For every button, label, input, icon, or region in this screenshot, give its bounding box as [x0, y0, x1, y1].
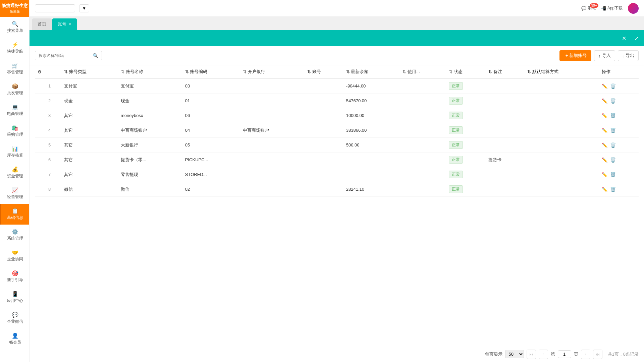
delete-icon[interactable]: 🗑️ [610, 113, 616, 118]
tab-home-label: 首页 [38, 21, 46, 27]
add-account-button[interactable]: + 新增账号 [559, 50, 591, 61]
top-header: ▼ 💬 消息 99+ 📲 App下载 [30, 0, 644, 17]
search-button[interactable]: 🔍 [93, 53, 98, 58]
sidebar-item-quick-nav[interactable]: ⚡ 快捷导航 [0, 38, 29, 58]
row-remark [486, 123, 525, 138]
next-page-button[interactable]: › [581, 350, 590, 359]
tab-close-icon[interactable]: ✕ [68, 22, 71, 26]
row-settings [35, 138, 46, 153]
sidebar-item-new-guide[interactable]: 🎯 新手引导 [0, 266, 29, 287]
status-badge: 正常 [449, 82, 463, 90]
table-row: 3 其它 moneybosx 06 10000.00 正常 ✏️ 🗑️ [35, 108, 639, 123]
sidebar-item-basic-info[interactable]: 📋 基础信息 [0, 204, 29, 225]
table-row: 7 其它 零售抵现 STORED... 正常 ✏️ 🗑️ [35, 167, 639, 182]
sidebar: 畅捷通好生意 乐遥版 🔍 搜索菜单 ⚡ 快捷导航 🛒 零售管理 📦 批发管理 💻… [0, 0, 30, 362]
sidebar-item-enterprise-agreement[interactable]: 🤝 企业协同 [0, 245, 29, 266]
row-latest-balance: -90444.00 [343, 78, 400, 94]
edit-icon[interactable]: ✏️ [602, 142, 607, 148]
col-account[interactable]: ⇅ 账号 [305, 65, 343, 78]
sidebar-item-finance-mgmt[interactable]: 💰 资金管理 [0, 162, 29, 183]
col-default-settlement[interactable]: ⇅ 默认结算方式 [525, 65, 599, 78]
sidebar-item-label-enterprise-wechat: 企业微信 [7, 319, 23, 324]
delete-icon[interactable]: 🗑️ [610, 172, 616, 177]
total-info: 共1页，8条记录 [608, 351, 639, 357]
table-row: 5 其它 大新银行 05 500.00 正常 ✏️ 🗑️ [35, 138, 639, 153]
col-account-name[interactable]: ⇅ 账号名称 [118, 65, 182, 78]
col-usage[interactable]: ⇅ 使用... [400, 65, 446, 78]
row-status: 正常 [446, 138, 486, 153]
member-icon: 👤 [2, 333, 28, 339]
app-download-button[interactable]: 📲 App下载 [601, 5, 623, 11]
row-account-name: 零售抵现 [118, 167, 182, 182]
col-latest-balance[interactable]: ⇅ 最新余额 [343, 65, 400, 78]
col-settings[interactable]: ⚙ [35, 65, 46, 78]
edit-icon[interactable]: ✏️ [602, 128, 607, 133]
first-page-button[interactable]: ⏮ [527, 350, 536, 359]
col-remark[interactable]: ⇅ 备注 [486, 65, 525, 78]
dropdown-button[interactable]: ▼ [79, 4, 89, 12]
per-page-select[interactable]: 50 100 200 [505, 350, 524, 358]
sidebar-item-inventory[interactable]: 📊 库存核算 [0, 141, 29, 162]
content-expand-button[interactable]: ⤢ [632, 34, 641, 43]
row-default-settlement [525, 123, 599, 138]
row-action: ✏️ 🗑️ [599, 182, 639, 197]
row-account-name: 支付宝 [118, 78, 182, 94]
last-page-button[interactable]: ⏭ [593, 350, 602, 359]
row-settings [35, 108, 46, 123]
delete-icon[interactable]: 🗑️ [610, 98, 616, 104]
row-account-code: 05 [182, 138, 240, 153]
header-search-input[interactable] [35, 4, 75, 12]
delete-icon[interactable]: 🗑️ [610, 128, 616, 133]
row-account-type: 其它 [61, 123, 118, 138]
edit-icon[interactable]: ✏️ [602, 172, 607, 177]
edit-icon[interactable]: ✏️ [602, 98, 607, 104]
edit-icon[interactable]: ✏️ [602, 83, 607, 89]
user-avatar[interactable] [628, 3, 639, 14]
col-status[interactable]: ⇅ 状态 [446, 65, 486, 78]
search-input[interactable] [35, 51, 102, 60]
sidebar-item-member[interactable]: 👤 畅会员 [0, 328, 29, 349]
sidebar-item-label-inventory: 库存核算 [7, 153, 23, 158]
sidebar-item-app-center[interactable]: 📱 应用中心 [0, 287, 29, 308]
delete-icon[interactable]: 🗑️ [610, 83, 616, 89]
row-latest-balance: 10000.00 [343, 108, 400, 123]
row-bank [240, 182, 305, 197]
export-button[interactable]: ↓ 导出 [618, 50, 639, 61]
prev-page-button[interactable]: ‹ [539, 350, 548, 359]
delete-icon[interactable]: 🗑️ [610, 157, 616, 163]
sidebar-item-purchase-mgmt[interactable]: 🛍️ 采购管理 [0, 121, 29, 141]
delete-icon[interactable]: 🗑️ [610, 187, 616, 192]
row-account [305, 167, 343, 182]
add-button-label: + 新增账号 [566, 53, 587, 59]
import-button[interactable]: ↑ 导入 [594, 50, 615, 61]
row-settings [35, 78, 46, 94]
sidebar-item-label-app-center: 应用中心 [7, 298, 23, 303]
sidebar-item-retail-mgmt[interactable]: 🛒 零售管理 [0, 58, 29, 79]
col-bank[interactable]: ⇅ 开户银行 [240, 65, 305, 78]
row-bank [240, 138, 305, 153]
col-account-code[interactable]: ⇅ 账号编码 [182, 65, 240, 78]
col-account-type[interactable]: ⇅ 账号类型 [61, 65, 118, 78]
content-close-button[interactable]: ✕ [619, 34, 629, 43]
sidebar-item-label-new-guide: 新手引导 [7, 278, 23, 282]
edit-icon[interactable]: ✏️ [602, 113, 607, 118]
sidebar-item-operations-mgmt[interactable]: 📈 经营管理 [0, 183, 29, 204]
tab-bar: 首页 账号 ✕ [30, 17, 644, 30]
notifications-button[interactable]: 💬 消息 99+ [581, 5, 596, 11]
page-input[interactable] [558, 350, 571, 358]
sidebar-item-system-mgmt[interactable]: ⚙️ 系统管理 [0, 225, 29, 245]
edit-icon[interactable]: ✏️ [602, 187, 607, 192]
sidebar-item-search-menu[interactable]: 🔍 搜索菜单 [0, 17, 29, 38]
row-account [305, 153, 343, 167]
delete-icon[interactable]: 🗑️ [610, 142, 616, 148]
row-bank: 中百商场账户 [240, 123, 305, 138]
tab-account[interactable]: 账号 ✕ [52, 18, 77, 30]
new-guide-icon: 🎯 [2, 270, 28, 277]
row-account-name: 大新银行 [118, 138, 182, 153]
sidebar-item-ecommerce-mgmt[interactable]: 💻 电商管理 [0, 100, 29, 121]
tab-home[interactable]: 首页 [32, 18, 52, 30]
sidebar-item-wholesale-mgmt[interactable]: 📦 批发管理 [0, 79, 29, 100]
edit-icon[interactable]: ✏️ [602, 157, 607, 163]
row-account [305, 78, 343, 94]
sidebar-item-enterprise-wechat[interactable]: 💬 企业微信 [0, 308, 29, 328]
